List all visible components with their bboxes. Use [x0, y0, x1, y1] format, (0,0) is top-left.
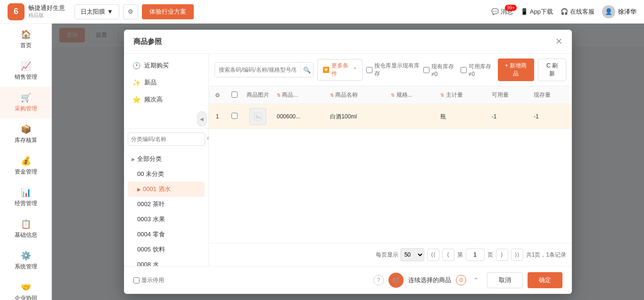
- settings-gear-btn[interactable]: ⚙: [123, 4, 138, 19]
- modal-header: 商品参照 ✕: [124, 30, 572, 54]
- col-spec-sort-icon: ⇅: [391, 92, 395, 98]
- sidebar-item-system[interactable]: ⚙️ 系统管理: [0, 245, 51, 276]
- sidebar-item-sales[interactable]: 📈 销售管理: [0, 55, 51, 87]
- page-prev-btn[interactable]: ⟨: [442, 249, 454, 261]
- category-search-input[interactable]: [128, 133, 205, 146]
- tree-item-fruit[interactable]: 0003 水果: [128, 212, 205, 227]
- col-name[interactable]: ⇅ 商品名称: [326, 86, 387, 104]
- sidebar-item-collab[interactable]: 🤝 企业协同: [0, 276, 51, 300]
- help-icon[interactable]: ?: [373, 275, 384, 285]
- service-label: 在线客服: [570, 8, 594, 16]
- tree-item-uncat[interactable]: 00 未分类: [128, 167, 205, 182]
- col-unit[interactable]: ⇅ 主计量: [437, 86, 488, 104]
- nav-label: 日太阳膜: [81, 8, 105, 16]
- left-tab-recent[interactable]: 🕐 近期购买: [128, 58, 205, 74]
- tree-label-all: 全部分类: [137, 155, 162, 163]
- tree-item-snack[interactable]: 0004 零食: [128, 227, 205, 242]
- product-table: ⚙ 商品图片 ⇅: [209, 86, 572, 129]
- refresh-btn[interactable]: C 刷新: [538, 58, 566, 81]
- collapse-left-panel-btn[interactable]: ◀: [197, 111, 206, 126]
- tree-item-all[interactable]: ▶ 全部分类: [128, 151, 205, 167]
- col-code-sort-icon: ⇅: [277, 92, 281, 98]
- system-icon: ⚙️: [21, 250, 31, 261]
- show-disabled-label[interactable]: 显示停用: [133, 276, 164, 284]
- table-body: 1: [209, 104, 572, 129]
- footer-left: 显示停用: [133, 276, 164, 284]
- row-checkbox-cell[interactable]: [226, 104, 243, 129]
- user-name: 徐泽华: [618, 8, 636, 16]
- tree-item-water[interactable]: 0008 水: [128, 257, 205, 266]
- main-content: 查询 设置 刷新 商品参照 ✕ 🕐: [52, 24, 644, 300]
- modal-close-btn[interactable]: ✕: [555, 36, 562, 47]
- sidebar-item-purchase[interactable]: 🛒 采购管理: [0, 87, 51, 118]
- trial-btn[interactable]: 体验行业方案: [142, 4, 194, 19]
- col-spec[interactable]: ⇅ 规格...: [387, 86, 437, 104]
- select-all-checkbox[interactable]: [231, 92, 238, 98]
- left-tab-frequent[interactable]: ⭐ 频次高: [128, 92, 205, 108]
- tree-item-liquor[interactable]: ▶ 0001 酒水: [128, 182, 205, 197]
- sidebar-item-home[interactable]: 🏠 首页: [0, 24, 51, 55]
- sidebar-label-collab: 企业协同: [15, 294, 37, 300]
- row-code: 000600...: [273, 104, 326, 129]
- page-last-btn[interactable]: ⟩⟩: [511, 249, 523, 261]
- tree-item-tea[interactable]: 0002 茶叶: [128, 197, 205, 212]
- checkbox-warehouse-input[interactable]: [366, 67, 372, 73]
- sidebar-item-finance[interactable]: 💰 资金管理: [0, 150, 51, 182]
- logo-text: 畅捷通好生意: [28, 4, 65, 12]
- message-icon: 💬: [491, 8, 499, 15]
- sidebar-label-purchase: 采购管理: [15, 105, 37, 113]
- left-tab-new[interactable]: ✨ 新品: [128, 75, 205, 91]
- page-number-input[interactable]: [466, 249, 485, 261]
- sidebar-label-basic: 基础信息: [15, 231, 37, 239]
- modal-body: 🕐 近期购买 ✨ 新品 ⭐ 频次高: [124, 54, 572, 266]
- collapse-footer-btn[interactable]: ⌃: [471, 275, 481, 285]
- col-settings[interactable]: ⚙: [209, 86, 226, 104]
- filter-label: 更多条件: [331, 62, 350, 78]
- modal-title: 商品参照: [133, 37, 162, 46]
- app-icon: 📱: [520, 8, 528, 15]
- add-product-btn[interactable]: + 新增商品: [498, 58, 534, 81]
- col-stock: 现存量: [530, 86, 572, 104]
- checkbox-nonzero-stock-input[interactable]: [423, 67, 429, 73]
- confirm-btn[interactable]: 确定: [528, 272, 562, 288]
- sidebar-label-finance: 资金管理: [15, 168, 37, 176]
- left-panel-search: 🔍: [124, 128, 208, 150]
- row-img-cell: [243, 104, 273, 129]
- customer-service-btn[interactable]: 🎧 在线客服: [561, 8, 594, 16]
- user-info[interactable]: 👤 徐泽华: [602, 5, 636, 18]
- tree-label-water: 0008 水: [137, 260, 159, 266]
- sidebar-item-inventory[interactable]: 📦 库存核算: [0, 118, 51, 150]
- more-filter-btn[interactable]: 🔽 更多条件 ⌃: [317, 59, 362, 81]
- product-search-btn[interactable]: 🔍: [300, 63, 313, 77]
- col-checkbox: [226, 86, 243, 104]
- message-btn[interactable]: 💬 消息 99+: [491, 8, 513, 16]
- product-search-input[interactable]: [215, 63, 300, 77]
- table-row[interactable]: 1: [209, 104, 572, 129]
- left-panel-tabs: 🕐 近期购买 ✨ 新品 ⭐ 频次高: [124, 54, 208, 111]
- cart-icon[interactable]: 🛒: [388, 273, 404, 288]
- checkbox-nonzero-stock[interactable]: 现有库存≠0: [423, 63, 457, 77]
- cancel-btn[interactable]: 取消: [487, 272, 523, 288]
- show-disabled-checkbox[interactable]: [133, 277, 140, 283]
- checkbox-nonzero-available[interactable]: 可用库存≠0: [461, 63, 494, 77]
- basic-icon: 📋: [21, 219, 31, 229]
- page-first-btn[interactable]: ⟨⟨: [427, 249, 439, 261]
- filter-chevron-icon: ⌃: [353, 67, 357, 73]
- sidebar-label-management: 经营管理: [15, 200, 37, 208]
- checkbox-nonzero-available-input[interactable]: [461, 67, 467, 73]
- tree-item-beverage[interactable]: 0005 饮料: [128, 242, 205, 257]
- row-num: 1: [209, 104, 226, 129]
- page-next-btn[interactable]: ⟩: [496, 249, 508, 261]
- tree-arrow-liquor: ▶: [137, 187, 141, 192]
- logo-icon: 6: [8, 3, 25, 20]
- page-size-select[interactable]: 50 100 200: [400, 248, 424, 261]
- col-code[interactable]: ⇅ 商品...: [273, 86, 326, 104]
- checkbox-warehouse[interactable]: 按仓库显示现有库存: [366, 62, 420, 78]
- sidebar-item-basic[interactable]: 📋 基础信息: [0, 213, 51, 245]
- tree-label-tea: 0002 茶叶: [137, 200, 165, 208]
- app-download-btn[interactable]: 📱 App下载: [520, 8, 553, 16]
- nav-dropdown[interactable]: 日太阳膜 ▼: [74, 4, 119, 19]
- row-checkbox[interactable]: [231, 113, 238, 119]
- sidebar-item-management[interactable]: 📊 经营管理: [0, 182, 51, 213]
- row-unit: 瓶: [437, 104, 488, 129]
